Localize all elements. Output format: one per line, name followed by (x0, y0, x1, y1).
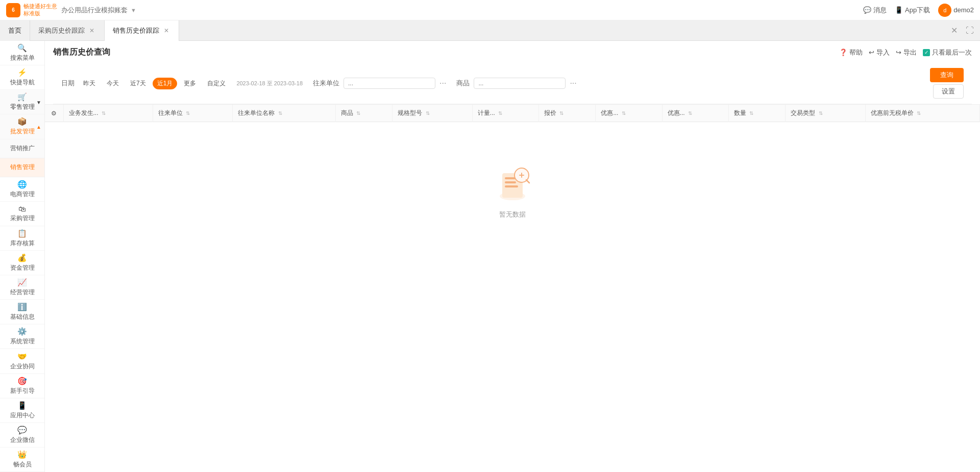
source-unit-input[interactable] (344, 78, 435, 89)
only-last-checkbox[interactable]: ✓ 只看最后一次 (923, 48, 972, 57)
close-tab-icon[interactable]: ✕ (949, 23, 960, 37)
import-button[interactable]: ↩ 导入 (869, 48, 890, 57)
sidebar-item-app-center[interactable]: 📱 应用中心 (0, 398, 44, 423)
close-purchase-tab-icon[interactable]: ✕ (88, 27, 96, 35)
th-discount2[interactable]: 优惠... ⇅ (662, 105, 728, 122)
inventory-icon: 📋 (17, 229, 27, 238)
page-title-row: 销售历史价查询 ❓ 帮助 ↩ 导入 ↪ 导出 ✓ (53, 47, 972, 58)
th-settings[interactable]: ⚙ (45, 105, 63, 122)
tab-home[interactable]: 首页 (0, 20, 30, 41)
top-bar: 6 畅捷通好生意 标准版 办公用品行业模拟账套 ▼ 💬 消息 📱 App下载 d… (0, 0, 980, 20)
svg-rect-4 (505, 185, 518, 187)
purchase-history-tab-label: 采购历史价跟踪 (38, 26, 85, 35)
empty-text: 暂无数据 (499, 210, 526, 219)
sidebar-item-inventory[interactable]: 📋 库存核算 (0, 226, 44, 251)
guide-icon: 🎯 (17, 376, 27, 386)
coop-icon: 🤝 (17, 352, 27, 361)
sales-history-tab-label: 销售历史价跟踪 (113, 26, 159, 35)
th-trade-type[interactable]: 交易类型 ⇅ (786, 105, 866, 122)
th-discount1[interactable]: 优惠... ⇅ (596, 105, 662, 122)
svg-line-8 (526, 180, 529, 183)
date-btn-custom[interactable]: 自定义 (203, 78, 230, 89)
retail-icon: 🛒 (17, 92, 27, 102)
page-header: 销售历史价查询 ❓ 帮助 ↩ 导入 ↪ 导出 ✓ (45, 41, 980, 105)
main-layout: 🔍 搜索菜单 ⚡ 快捷导航 🛒 零售管理 ▼ 📦 批发管理 ▲ 营销推广 销售管… (0, 41, 980, 472)
help-button[interactable]: ❓ 帮助 (839, 48, 863, 57)
th-price[interactable]: 报价 ⇅ (539, 105, 596, 122)
sidebar-item-ecomm[interactable]: 🌐 电商管理 (0, 177, 44, 202)
dropdown-chevron-icon[interactable]: ▼ (131, 7, 136, 13)
date-btn-7days[interactable]: 近7天 (126, 78, 151, 89)
export-button[interactable]: ↪ 导出 (896, 48, 917, 57)
system-icon: ⚙️ (17, 327, 27, 336)
empty-state: 暂无数据 (45, 122, 980, 260)
table-container: ⚙ 业务发生... ⇅ 往来单位 ⇅ 往来单位名称 ⇅ 商品 ⇅ 规格型号 ⇅ … (45, 105, 980, 472)
sidebar-item-quick-nav[interactable]: ⚡ 快捷导航 (0, 65, 44, 90)
sidebar-item-basic-info[interactable]: ℹ️ 基础信息 (0, 300, 44, 324)
th-unit-name[interactable]: 往来单位名称 ⇅ (233, 105, 336, 122)
app-center-icon: 📱 (17, 401, 27, 410)
date-btn-more[interactable]: 更多 (179, 78, 201, 89)
date-btn-1month[interactable]: 近1月 (153, 78, 178, 89)
sidebar-item-sales-mgmt[interactable]: 销售管理 (0, 158, 44, 177)
sidebar-item-search-menu[interactable]: 🔍 搜索菜单 (0, 41, 44, 65)
sidebar-item-ops[interactable]: 📈 经营管理 (0, 275, 44, 300)
date-buttons: 昨天 今天 近7天 近1月 更多 自定义 (79, 78, 230, 89)
date-btn-yesterday[interactable]: 昨天 (79, 78, 100, 89)
export-icon: ↪ (896, 49, 901, 56)
goods-search-icon[interactable]: ··· (570, 79, 576, 88)
quick-nav-icon: ⚡ (17, 68, 27, 77)
avatar: d (938, 4, 951, 17)
goods-input[interactable] (474, 78, 566, 89)
ops-icon: 📈 (17, 278, 27, 287)
user-menu[interactable]: d demo2 (938, 4, 974, 17)
th-biz-date[interactable]: 业务发生... ⇅ (63, 105, 153, 122)
workspace-selector[interactable]: 办公用品行业模拟账套 ▼ (61, 6, 136, 15)
source-unit-search-icon[interactable]: ··· (439, 79, 446, 88)
data-table: ⚙ 业务发生... ⇅ 往来单位 ⇅ 往来单位名称 ⇅ 商品 ⇅ 规格型号 ⇅ … (45, 105, 980, 260)
svg-rect-3 (505, 181, 516, 183)
sidebar-item-finance[interactable]: 💰 资金管理 (0, 251, 44, 275)
th-unit-code[interactable]: 往来单位 ⇅ (153, 105, 233, 122)
app-download-button[interactable]: 📱 App下载 (895, 6, 930, 15)
date-filter-group: 日期 昨天 今天 近7天 近1月 更多 自定义 2023-02-18 至 202… (61, 78, 303, 89)
sidebar-item-wholesale-mgmt[interactable]: 📦 批发管理 ▲ (0, 114, 44, 139)
finance-icon: 💰 (17, 253, 27, 263)
checkbox-checked-icon: ✓ (923, 49, 930, 56)
th-unit[interactable]: 计量... ⇅ (472, 105, 538, 122)
goods-label: 商品 (456, 79, 470, 88)
table-body: 暂无数据 (45, 122, 980, 261)
tab-bar-actions: ✕ ⛶ (949, 23, 980, 37)
sidebar-item-member[interactable]: 👑 畅会员 (0, 447, 44, 472)
th-qty[interactable]: 数量 ⇅ (728, 105, 785, 122)
tab-sales-history[interactable]: 销售历史价跟踪 ✕ (105, 20, 179, 41)
th-goods[interactable]: 商品 ⇅ (335, 105, 392, 122)
sidebar-item-marketing[interactable]: 营销推广 (0, 139, 44, 158)
wholesale-icon: 📦 (17, 117, 27, 126)
content-area: 销售历史价查询 ❓ 帮助 ↩ 导入 ↪ 导出 ✓ (45, 41, 980, 472)
logo-area: 6 畅捷通好生意 标准版 (6, 3, 57, 17)
th-spec[interactable]: 规格型号 ⇅ (393, 105, 473, 122)
sidebar-item-retail-mgmt[interactable]: 🛒 零售管理 ▼ (0, 90, 44, 114)
top-bar-left: 6 畅捷通好生意 标准版 办公用品行业模拟账套 ▼ (6, 3, 136, 17)
maximize-tab-icon[interactable]: ⛶ (964, 24, 976, 37)
page-title: 销售历史价查询 (53, 47, 110, 58)
settings-button[interactable]: 设置 (933, 84, 964, 99)
close-sales-tab-icon[interactable]: ✕ (162, 27, 170, 35)
retail-chevron-icon: ▼ (36, 99, 41, 105)
messages-button[interactable]: 💬 消息 (863, 6, 887, 15)
sidebar-item-enterprise-coop[interactable]: 🤝 企业协同 (0, 349, 44, 373)
wholesale-chevron-icon: ▲ (36, 124, 41, 129)
sidebar-item-system[interactable]: ⚙️ 系统管理 (0, 324, 44, 349)
sidebar-item-new-guide[interactable]: 🎯 新手引导 (0, 374, 44, 398)
query-button[interactable]: 查询 (930, 68, 964, 82)
date-btn-today[interactable]: 今天 (102, 78, 124, 89)
sidebar-item-enterprise-wechat[interactable]: 💬 企业微信 (0, 423, 44, 447)
tab-purchase-history[interactable]: 采购历史价跟踪 ✕ (30, 20, 105, 41)
member-icon: 👑 (17, 450, 27, 459)
ecomm-icon: 🌐 (17, 180, 27, 189)
table-header: ⚙ 业务发生... ⇅ 往来单位 ⇅ 往来单位名称 ⇅ 商品 ⇅ 规格型号 ⇅ … (45, 105, 980, 122)
goods-filter-group: 商品 ··· (456, 78, 576, 89)
sidebar-item-purchase[interactable]: 🛍 采购管理 (0, 202, 44, 226)
th-no-tax-price[interactable]: 优惠前无税单价 ⇅ (865, 105, 979, 122)
